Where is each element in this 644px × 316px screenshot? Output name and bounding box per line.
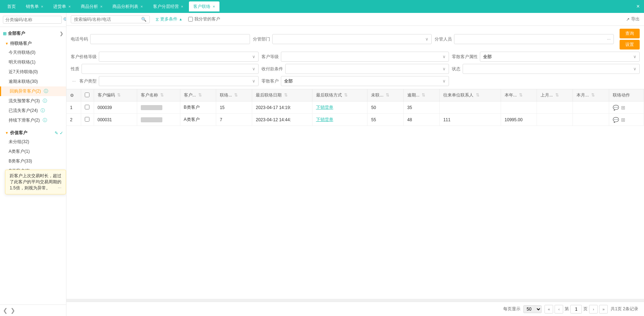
nav-analysis-list-close[interactable]: ×: [140, 4, 143, 9]
nav-customer-tier[interactable]: 客户分层经营 ×: [149, 1, 187, 11]
settings-button[interactable]: 设置: [620, 40, 640, 49]
row1-checkbox[interactable]: [85, 105, 89, 109]
select-all-checkbox[interactable]: [85, 93, 89, 97]
dots-icon[interactable]: ···: [72, 79, 76, 84]
gender-chevron-icon: ∨: [252, 66, 255, 71]
nav-customer-tier-close[interactable]: ×: [181, 4, 183, 9]
sidebar-item-lose-warn[interactable]: 流失预警客户(3) ⓘ: [0, 96, 66, 106]
phone-input[interactable]: [90, 34, 250, 44]
sidebar-item-overdue[interactable]: 逾期未联络(30): [0, 77, 66, 86]
sidebar-item-decline[interactable]: 持续下滑客户(2) ⓘ: [0, 115, 66, 125]
sort-code-icon[interactable]: ⇅: [117, 93, 121, 98]
sidebar-item-tomorrow[interactable]: 明天待联络(1): [0, 57, 66, 67]
nav-sales-close[interactable]: ×: [41, 4, 43, 9]
retail-attr-select[interactable]: 全部 ∨: [480, 52, 640, 62]
sidebar-item-b-class[interactable]: B类客户(33): [0, 156, 66, 166]
check-icon[interactable]: ✓: [60, 131, 63, 136]
customer-type-select[interactable]: ∨: [99, 76, 259, 86]
nav-sales[interactable]: 销售单 ×: [22, 1, 47, 11]
export-button[interactable]: ↗ 导出: [626, 16, 640, 22]
sort-contact-icon[interactable]: ⇅: [234, 93, 238, 98]
gear-icon[interactable]: ⚙: [70, 93, 74, 98]
window-close-button[interactable]: ×: [636, 3, 640, 10]
dept-chevron-icon: ∨: [425, 37, 428, 42]
nav-purchase[interactable]: 进货单 ×: [49, 1, 75, 11]
price-level-chevron-icon: ∨: [252, 54, 255, 59]
td-method-2: 下销货单: [312, 114, 367, 126]
th-last-method: 最后联络方式 ⇅: [312, 89, 367, 102]
sidebar-prev-icon[interactable]: ❮: [3, 307, 8, 314]
chat-icon-2[interactable]: 💬: [613, 117, 619, 123]
my-customers-checkbox-label[interactable]: 我分管的客户: [188, 16, 220, 22]
prev-page-btn[interactable]: ‹: [555, 305, 563, 313]
nav-analysis-list[interactable]: 商品分析列表 ×: [108, 1, 147, 11]
action-buttons: 查询 设置: [620, 29, 640, 49]
sort-overdue-icon[interactable]: ⇅: [422, 93, 425, 98]
gender-select[interactable]: ∨: [82, 64, 259, 74]
payment-select[interactable]: ∨: [285, 64, 449, 74]
filter-form: 电话号码 分管部门 ∨ 分管人员 ···: [66, 26, 644, 89]
horizontal-scrollbar[interactable]: [66, 299, 644, 302]
sort-this-month-icon[interactable]: ⇅: [591, 93, 595, 98]
contact-method-link-2[interactable]: 下销货单: [316, 117, 333, 122]
td-last-month-1: [537, 102, 573, 114]
th-checkbox: [81, 89, 94, 102]
last-page-btn[interactable]: »: [599, 305, 608, 313]
sidebar-item-7days[interactable]: 近7天待联络(0): [0, 67, 66, 77]
nav-customer-contact-close[interactable]: ×: [213, 4, 215, 9]
grid-action-icon-2[interactable]: ⊞: [621, 117, 625, 123]
data-table-container: ⚙ 客户编码 ⇅ 客户名称 ⇅: [66, 89, 644, 299]
sort-year-icon[interactable]: ⇅: [519, 93, 523, 98]
more-conditions-btn[interactable]: ⧖ 更多条件 ▲: [153, 15, 185, 23]
sidebar-next-icon[interactable]: ❯: [10, 307, 15, 314]
nav-analysis[interactable]: 商品分析 ×: [77, 1, 107, 11]
price-customer-label[interactable]: 价值客户: [10, 130, 27, 136]
sidebar-search-icon[interactable]: 🔍: [63, 17, 66, 22]
chat-icon-1[interactable]: 💬: [613, 105, 619, 110]
manager-select[interactable]: ···: [454, 34, 614, 44]
next-page-btn[interactable]: ›: [589, 305, 598, 313]
sidebar-tree: ⊞ 全部客户 ❯ ▼ 待联络客户 今天待联络(0) 明天待联络(1) 近7天待联…: [0, 27, 66, 305]
td-contact-1: 15: [216, 102, 252, 114]
nav-analysis-close[interactable]: ×: [100, 4, 102, 9]
sort-name-icon[interactable]: ⇅: [160, 93, 164, 98]
edit-icon[interactable]: ✎: [55, 131, 58, 136]
td-overdue-1: 35: [403, 102, 439, 114]
nav-purchase-close[interactable]: ×: [68, 4, 70, 9]
sidebar-item-ungroup[interactable]: 未分组(32): [0, 137, 66, 147]
sort-type-icon[interactable]: ⇅: [198, 93, 202, 98]
nav-home[interactable]: 首页: [3, 1, 20, 11]
sidebar-item-a-class[interactable]: A类客户(1): [0, 147, 66, 156]
first-page-btn[interactable]: «: [545, 305, 553, 313]
sidebar-item-lost[interactable]: 已流失客户(24) ⓘ: [0, 106, 66, 115]
tooltip-close-icon[interactable]: ···: [58, 185, 61, 190]
price-level-select[interactable]: ∨: [99, 52, 259, 62]
contact-method-link-1[interactable]: 下销货单: [316, 105, 333, 110]
filter-bar: 🔍 ⧖ 更多条件 ▲ 我分管的客户 ↗ 导出: [66, 13, 644, 26]
page-number-input[interactable]: [570, 305, 582, 313]
sort-method-icon[interactable]: ⇅: [344, 93, 348, 98]
sort-last-month-icon[interactable]: ⇅: [555, 93, 559, 98]
query-button[interactable]: 查询: [620, 29, 640, 38]
my-customers-checkbox[interactable]: [188, 17, 193, 22]
status-select[interactable]: ∨: [463, 64, 640, 74]
sidebar-search-input[interactable]: [3, 16, 62, 24]
page-size-select[interactable]: 50 100: [523, 305, 542, 313]
sidebar-item-today[interactable]: 今天待联络(0): [0, 48, 66, 57]
sidebar-all-customers[interactable]: ⊞ 全部客户 ❯: [0, 28, 66, 39]
grid-action-icon-1[interactable]: ⊞: [621, 105, 625, 110]
sort-no-contact-icon[interactable]: ⇅: [386, 93, 389, 98]
retail-customer-select[interactable]: 全部 ∨: [281, 76, 449, 86]
sidebar-item-repeat-buy[interactable]: 回购异常客户(2) ⓘ: [0, 86, 66, 96]
sort-date-icon[interactable]: ⇅: [284, 93, 288, 98]
search-icon[interactable]: 🔍: [141, 17, 147, 22]
collapse-icon[interactable]: ❯: [60, 31, 63, 36]
sort-person-icon[interactable]: ⇅: [476, 93, 479, 98]
main-search-input[interactable]: [74, 17, 140, 22]
nav-customer-contact[interactable]: 客户联络 ×: [189, 1, 219, 11]
dept-select[interactable]: ∨: [272, 34, 432, 44]
payment-field: 收付款条件 ∨: [261, 64, 449, 74]
sidebar-pending-group[interactable]: ▼ 待联络客户: [0, 39, 66, 48]
customer-level-select[interactable]: ∨: [281, 52, 449, 62]
row2-checkbox[interactable]: [85, 117, 89, 122]
